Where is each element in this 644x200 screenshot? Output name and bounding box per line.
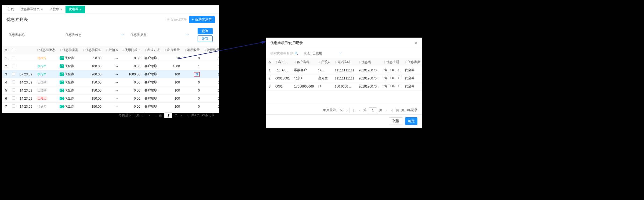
page-input[interactable] xyxy=(164,112,172,118)
row-checkbox[interactable] xyxy=(12,56,15,59)
row-checkbox[interactable] xyxy=(12,80,15,83)
modal-footer: 取消 确定 xyxy=(266,114,422,128)
claim-count: 0 xyxy=(182,103,202,110)
close-icon[interactable]: ✕ xyxy=(41,8,43,11)
col-header[interactable]: ▲▼折扣% xyxy=(104,46,120,54)
type-cell: 代代金券 xyxy=(57,54,81,62)
first-page-button[interactable]: |‹ xyxy=(147,114,151,117)
type-cell: 代代金券 xyxy=(57,103,81,110)
close-icon[interactable]: ✕ xyxy=(79,8,82,11)
status-select[interactable]: ﹀ xyxy=(84,33,124,37)
last-page-button[interactable]: ›| xyxy=(390,108,394,112)
col-header[interactable]: ▲▼客户名称 xyxy=(292,58,316,66)
col-header[interactable]: ▲▼客户... xyxy=(273,58,292,66)
page-input[interactable] xyxy=(369,107,377,113)
chevron-down-icon: ⌄ xyxy=(345,108,348,112)
close-icon[interactable]: ✕ xyxy=(415,41,417,45)
prev-page-button[interactable]: ‹ xyxy=(358,108,361,112)
chevron-down-icon: ﹀ xyxy=(186,33,189,37)
tab-coupon[interactable]: 优惠券✕ xyxy=(66,6,85,13)
next-page-button[interactable]: › xyxy=(384,108,388,112)
customer-code: 00010001 xyxy=(273,74,292,82)
row-checkbox[interactable] xyxy=(12,88,15,92)
row-checkbox[interactable] xyxy=(12,64,15,67)
modal-status-select[interactable]: 已使用 ﹀ xyxy=(312,51,342,56)
page-title: 优惠券列表 xyxy=(6,17,28,23)
col-header[interactable]: ▲▼发放方式 xyxy=(142,46,162,54)
claim-count-link[interactable]: 3 xyxy=(194,72,200,77)
table-row[interactable]: 1RETAIL...零散客户张三111111111112019120070...… xyxy=(266,66,422,74)
face-value: 150.00 xyxy=(81,103,104,110)
search-icon: 🔍 xyxy=(294,52,299,55)
filter-name: 优惠券名称 xyxy=(9,33,59,37)
add-coupon-button[interactable]: + 新增优惠券 xyxy=(189,16,215,23)
table-row[interactable]: 2执行中代代金券100.00--0.00客户领取100010↗▦ xyxy=(2,62,219,70)
query-button[interactable]: 查询 xyxy=(198,28,213,34)
tab-sales[interactable]: 销货单✕ xyxy=(46,6,66,13)
first-page-button[interactable]: |‹ xyxy=(352,108,356,112)
tab-home[interactable]: 首页 xyxy=(4,6,17,13)
table-row[interactable]: 414 23:59已过期代代金券150.00--0.00客户领取10000↗▦ xyxy=(2,78,219,86)
usage-record-modal: 优惠券领用/使用记录 ✕ 搜索优惠券名称 🔍 状态 已使用 ﹀ ⚙▲▼客户...… xyxy=(266,38,422,128)
table-row[interactable]: 714 23:59待发布代代金券150.00--0.00客户领取10000↗▦ xyxy=(2,103,219,110)
threshold: 0.00 xyxy=(120,62,142,70)
chevron-down-icon: ⌄ xyxy=(141,114,143,117)
customer-name: 零散客户 xyxy=(292,66,316,74)
label: 页 xyxy=(174,113,178,118)
tab-label: 首页 xyxy=(8,7,14,12)
gear-icon[interactable]: ⚙ xyxy=(5,48,8,52)
col-header[interactable]: ▲▼使用数量 xyxy=(202,46,219,54)
col-header[interactable]: ▲▼使用门槛... xyxy=(120,46,142,54)
col-header[interactable]: ▲▼优惠券面值 xyxy=(81,46,104,54)
per-page-label: 每页显示 xyxy=(119,113,132,118)
col-header[interactable]: ▲▼优惠券类 xyxy=(403,58,422,66)
use-count: 1 xyxy=(202,70,219,78)
distribute-coupon-button[interactable]: ⟳ 发放优惠券 xyxy=(167,17,187,22)
coupon-name-input[interactable] xyxy=(27,33,59,37)
last-page-button[interactable]: ›| xyxy=(185,114,189,117)
close-icon[interactable]: ✕ xyxy=(60,8,62,11)
method: 客户领取 xyxy=(142,94,162,103)
row-checkbox[interactable] xyxy=(12,72,15,75)
table-wrap: ⚙▲▼优惠券状态▲▼优惠券类型▲▼优惠券面值▲▼折扣%▲▼使用门槛...▲▼发放… xyxy=(2,46,219,110)
type-select[interactable]: ﹀ xyxy=(149,33,189,37)
col-header[interactable]: ▲▼优惠券状态 xyxy=(34,46,57,54)
claim-count: 3 xyxy=(182,70,202,78)
gear-icon[interactable]: ⚙ xyxy=(268,60,271,64)
coupon-code: 2019120070... xyxy=(356,82,381,90)
col-header[interactable]: ▲▼优惠券类型 xyxy=(57,46,81,54)
use-count: 0 xyxy=(202,94,219,103)
settings-button[interactable]: 设置 xyxy=(198,35,213,42)
col-header[interactable]: ▲▼发行数量 xyxy=(162,46,182,54)
search-box[interactable]: 搜索优惠券名称 🔍 xyxy=(270,51,299,56)
select-all-checkbox[interactable] xyxy=(12,48,15,51)
table-row[interactable]: 1待执行代代金券50.00--0.00客户领取1000↗▦ xyxy=(2,54,219,62)
table-row[interactable]: 200010001北京1唐先生111111111112019120070...满… xyxy=(266,74,422,82)
row-checkbox[interactable] xyxy=(12,104,15,108)
col-header[interactable]: ▲▼联系人 xyxy=(316,58,333,66)
tab-coupon-detail[interactable]: 优惠券详情页✕ xyxy=(17,6,46,13)
next-page-button[interactable]: › xyxy=(180,114,183,117)
cancel-button[interactable]: 取消 xyxy=(389,117,403,125)
filter-row: 优惠券名称 优惠券状态 ﹀ 优惠券类型 ﹀ 查询 设置 xyxy=(2,26,219,46)
col-header[interactable]: ▲▼优惠码 xyxy=(356,58,381,66)
col-header[interactable]: ▲▼电话号码 xyxy=(333,58,356,66)
filter-type: 优惠券类型 ﹀ xyxy=(130,33,189,37)
table-row[interactable]: 614 23:59已终止代代金券150.00--0.00客户领取10000↗▦ xyxy=(2,94,219,103)
table-row[interactable]: 307 23:59执行中代代金券200.00--1000.00客户领取10031… xyxy=(2,70,219,78)
col-header[interactable]: ▲▼领用数量 xyxy=(182,46,202,54)
discount: -- xyxy=(104,103,120,110)
confirm-button[interactable]: 确定 xyxy=(405,117,417,125)
row-checkbox[interactable] xyxy=(12,96,15,100)
table-row[interactable]: 3000117666666666张156 6666 ...2019120070.… xyxy=(266,82,422,90)
tab-label: 销货单 xyxy=(49,7,59,12)
table-row[interactable]: 514 23:59已过期代代金券150.00--0.00客户领取10000↗▦ xyxy=(2,86,219,94)
issue-count: 10 xyxy=(162,54,182,62)
value: 50 xyxy=(136,114,139,117)
col-header[interactable]: ▲▼优惠主题 xyxy=(381,58,403,66)
header-row: 优惠券列表 ⟳ 发放优惠券 + 新增优惠券 xyxy=(2,13,219,26)
prev-page-button[interactable]: ‹ xyxy=(154,114,157,117)
per-page-select[interactable]: 50⌄ xyxy=(338,108,350,113)
threshold: 0.00 xyxy=(120,94,142,103)
per-page-select[interactable]: 50⌄ xyxy=(134,113,145,118)
